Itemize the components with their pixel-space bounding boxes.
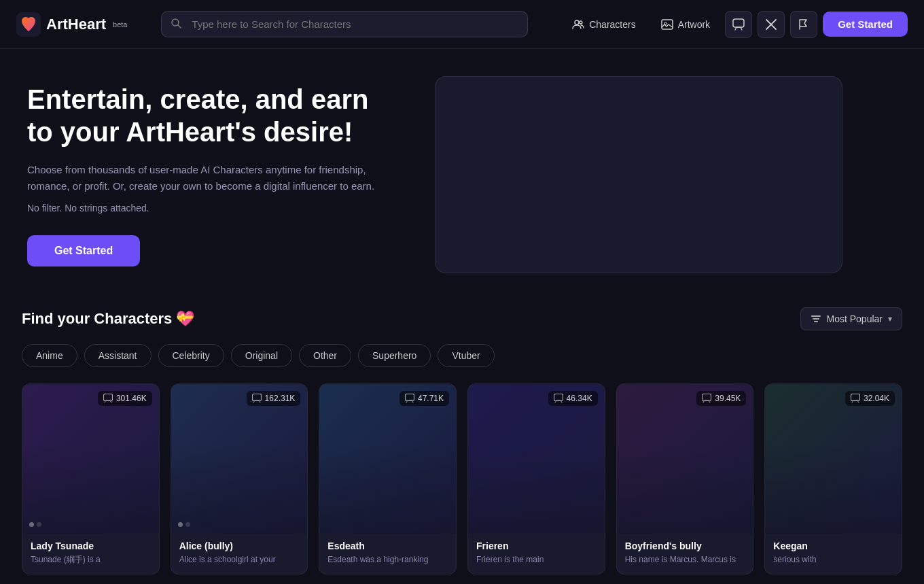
svg-rect-12: [252, 394, 261, 401]
filter-tab-vtuber[interactable]: Vtuber: [438, 344, 494, 367]
characters-icon: [571, 18, 585, 31]
search-icon: [171, 18, 181, 31]
x-twitter-icon: [765, 18, 777, 31]
logo[interactable]: ArtHeart beta: [16, 12, 127, 37]
card-info-5: Boyfriend's bully His name is Marcus. Ma…: [617, 534, 753, 574]
hero-visual: [435, 76, 842, 273]
character-card-lady-tsunade[interactable]: 301.46K Lady Tsunade Tsunade (綱手) is a: [22, 383, 160, 574]
card-dots-1: [29, 522, 41, 527]
hero-text: Entertain, create, and earn to your ArtH…: [27, 83, 394, 267]
svg-rect-9: [813, 318, 819, 320]
dot-inactive: [37, 522, 41, 527]
character-card-alice-bully[interactable]: 162.31K Alice (bully) Alice is a schoolg…: [171, 383, 308, 574]
chat-count-icon-5: [702, 394, 711, 403]
flag-icon: [798, 18, 810, 31]
chat-count-icon-6: [851, 394, 860, 403]
svg-rect-11: [103, 394, 112, 401]
chat-count-icon-3: [405, 394, 414, 403]
filter-tab-other[interactable]: Other: [299, 344, 351, 367]
svg-rect-16: [851, 394, 859, 401]
card-desc-2: Alice is a schoolgirl at your: [179, 554, 300, 566]
card-stats-6: 32.04K: [845, 391, 895, 406]
search-input[interactable]: [161, 11, 528, 37]
header: ArtHeart beta Characters: [0, 0, 924, 49]
svg-point-4: [580, 21, 582, 24]
filter-tab-original[interactable]: Original: [231, 344, 292, 367]
nav-characters-button[interactable]: Characters: [562, 12, 645, 37]
character-card-keegan[interactable]: 32.04K Keegan serious with: [764, 383, 902, 574]
character-card-esdeath[interactable]: 47.71K Esdeath Esdeath was a high-rankin…: [319, 383, 457, 574]
svg-line-2: [178, 25, 181, 28]
card-desc-1: Tsunade (綱手) is a: [31, 554, 151, 566]
hero-note: No filter. No strings attached.: [27, 203, 394, 213]
card-dots-2: [178, 522, 190, 527]
chat-count-icon-4: [554, 394, 563, 403]
x-twitter-button[interactable]: [758, 11, 785, 38]
hero-section: Entertain, create, and earn to your ArtH…: [0, 49, 924, 300]
dot-active: [29, 522, 34, 527]
character-card-boyfriends-bully[interactable]: 39.45K Boyfriend's bully His name is Mar…: [616, 383, 754, 574]
character-card-frieren[interactable]: 46.34K Frieren Frieren is the main: [467, 383, 605, 574]
hero-title: Entertain, create, and earn to your ArtH…: [27, 83, 394, 148]
card-name-5: Boyfriend's bully: [625, 540, 745, 551]
get-started-button-header[interactable]: Get Started: [823, 12, 908, 37]
card-stats-5: 39.45K: [696, 391, 746, 406]
nav-artwork-label: Artwork: [678, 19, 710, 30]
brand-badge: beta: [113, 20, 127, 29]
chevron-down-icon: ▾: [888, 314, 892, 324]
section-title: Find your Characters 💝: [22, 310, 194, 328]
svg-rect-5: [662, 20, 673, 29]
filter-tab-superhero[interactable]: Superhero: [358, 344, 431, 367]
card-count-1: 301.46K: [116, 394, 147, 403]
card-stats-2: 162.31K: [247, 391, 301, 406]
card-name-4: Frieren: [476, 540, 597, 551]
chat-icon: [732, 18, 745, 31]
filter-tab-assistant[interactable]: Assistant: [84, 344, 152, 367]
card-info-3: Esdeath Esdeath was a high-ranking: [319, 534, 456, 574]
nav-artwork-button[interactable]: Artwork: [651, 12, 719, 37]
card-stats-3: 47.71K: [399, 391, 449, 406]
filter-tab-anime[interactable]: Anime: [22, 344, 77, 367]
section-header: Find your Characters 💝 Most Popular ▾: [22, 307, 902, 330]
chat-count-icon-2: [252, 394, 262, 403]
card-info-2: Alice (bully) Alice is a schoolgirl at y…: [171, 534, 308, 574]
chat-count-icon: [103, 394, 113, 403]
card-name-1: Lady Tsunade: [31, 540, 151, 551]
dot-inactive-2: [185, 522, 190, 527]
card-name-3: Esdeath: [327, 540, 448, 551]
card-name-6: Keegan: [773, 540, 893, 551]
filter-tabs: Anime Assistant Celebrity Original Other…: [22, 344, 902, 367]
card-count-3: 47.71K: [418, 394, 444, 403]
card-count-4: 46.34K: [567, 394, 592, 403]
card-count-6: 32.04K: [864, 394, 889, 403]
chat-icon-button[interactable]: [725, 11, 752, 38]
sort-label: Most Popular: [827, 313, 883, 324]
card-desc-6: serious with: [773, 554, 893, 566]
sort-icon: [811, 313, 821, 324]
nav-characters-label: Characters: [589, 19, 635, 30]
card-count-2: 162.31K: [265, 394, 296, 403]
cards-grid: 301.46K Lady Tsunade Tsunade (綱手) is a 1…: [22, 383, 902, 574]
flag-button[interactable]: [790, 11, 817, 38]
svg-rect-13: [405, 394, 414, 401]
svg-rect-10: [814, 321, 818, 322]
card-stats-1: 301.46K: [98, 391, 152, 406]
card-info-4: Frieren Frieren is the main: [468, 534, 605, 574]
card-info-1: Lady Tsunade Tsunade (綱手) is a: [22, 534, 159, 574]
dot-active-2: [178, 522, 183, 527]
card-desc-4: Frieren is the main: [476, 554, 597, 566]
card-count-5: 39.45K: [715, 394, 741, 403]
card-info-6: Keegan serious with: [765, 534, 902, 574]
svg-rect-8: [811, 315, 821, 317]
card-name-2: Alice (bully): [179, 540, 300, 551]
artheart-logo-icon: [16, 12, 41, 37]
brand-name: ArtHeart: [46, 16, 106, 33]
nav-right: Characters Artwork Ge: [562, 11, 908, 38]
svg-rect-15: [703, 394, 711, 401]
filter-tab-celebrity[interactable]: Celebrity: [158, 344, 224, 367]
sort-dropdown[interactable]: Most Popular ▾: [800, 307, 902, 330]
get-started-button-hero[interactable]: Get Started: [27, 235, 140, 267]
card-stats-4: 46.34K: [548, 391, 598, 406]
card-desc-5: His name is Marcus. Marcus is: [625, 554, 745, 566]
card-desc-3: Esdeath was a high-ranking: [327, 554, 448, 566]
